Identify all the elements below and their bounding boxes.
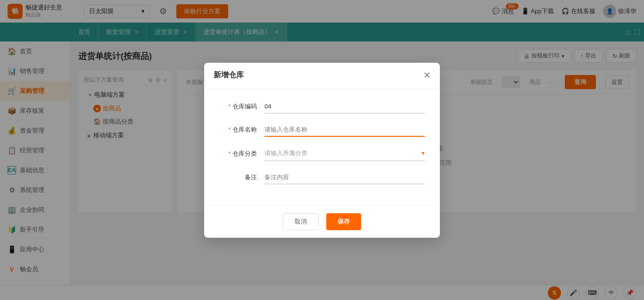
category-label: * 仓库分类 [219,150,257,158]
category-select[interactable]: 请输入所属分类 ▾ [264,146,425,161]
form-row-note: 备注 [219,171,425,184]
required-star: * [228,126,231,133]
new-warehouse-modal: 新增仓库 ✕ * 仓库编码 * 仓库名称 [204,63,440,238]
required-star: * [228,103,231,110]
code-input[interactable] [264,100,425,114]
required-star: * [228,150,231,157]
note-input[interactable] [264,171,425,184]
chevron-down-icon: ▾ [421,150,425,157]
modal-title: 新增仓库 [214,70,244,80]
modal-close-button[interactable]: ✕ [423,70,430,81]
form-row-name: * 仓库名称 [219,123,425,137]
modal-header: 新增仓库 ✕ [204,63,440,89]
category-placeholder: 请输入所属分类 [264,149,307,158]
name-input[interactable] [264,123,425,137]
cancel-button[interactable]: 取消 [283,213,319,230]
note-label: 备注 [219,173,257,182]
modal-body: * 仓库编码 * 仓库名称 * 仓库分类 请输入 [204,89,440,205]
name-label: * 仓库名称 [219,125,257,134]
modal-footer: 取消 保存 [204,205,440,238]
form-row-code: * 仓库编码 [219,100,425,114]
modal-overlay: 新增仓库 ✕ * 仓库编码 * 仓库名称 [0,0,644,300]
save-button[interactable]: 保存 [326,213,361,230]
code-label: * 仓库编码 [219,102,257,111]
form-row-category: * 仓库分类 请输入所属分类 ▾ [219,146,425,161]
